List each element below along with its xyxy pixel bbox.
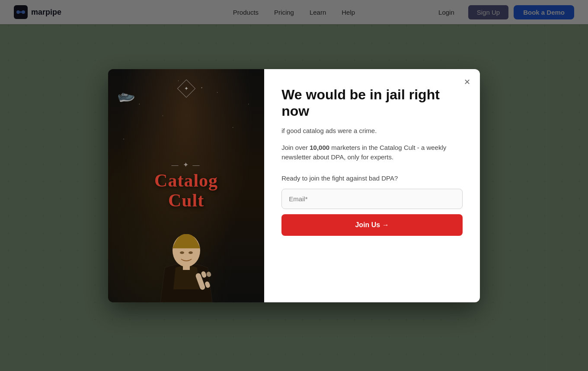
modal-crime-text: if good catalog ads were a crime.: [281, 126, 463, 136]
modal-dialog: 👟 — ✦ — Catalog Cult: [108, 69, 480, 302]
modal-left-panel: 👟 — ✦ — Catalog Cult: [108, 69, 264, 302]
catalog-title-line2: Cult: [154, 190, 218, 210]
close-icon: ✕: [464, 77, 470, 87]
email-input[interactable]: [281, 189, 463, 209]
modal-headline: We would be in jail right now: [281, 86, 463, 120]
catalog-title-line1: Catalog: [154, 171, 218, 190]
modal-decoration: [180, 82, 193, 95]
join-count: 10,000: [310, 144, 329, 151]
catalog-cult-label: — ✦ — Catalog Cult: [154, 161, 218, 210]
join-prefix: Join over: [281, 144, 308, 151]
modal-cta-text: Ready to join the fight against bad DPA?: [281, 174, 463, 182]
svg-rect-8: [183, 266, 190, 270]
modal-overlay[interactable]: 👟 — ✦ — Catalog Cult: [0, 0, 588, 371]
modal-join-text: Join over 10,000 marketers in the Catalo…: [281, 143, 463, 162]
svg-point-7: [189, 251, 193, 254]
franklin-svg: [152, 207, 221, 302]
join-button[interactable]: Join Us →: [281, 214, 463, 236]
svg-point-6: [180, 251, 184, 254]
diamond-icon: [177, 79, 195, 97]
modal-right-panel: ✕ We would be in jail right now if good …: [264, 69, 480, 302]
modal-close-button[interactable]: ✕: [461, 76, 473, 88]
